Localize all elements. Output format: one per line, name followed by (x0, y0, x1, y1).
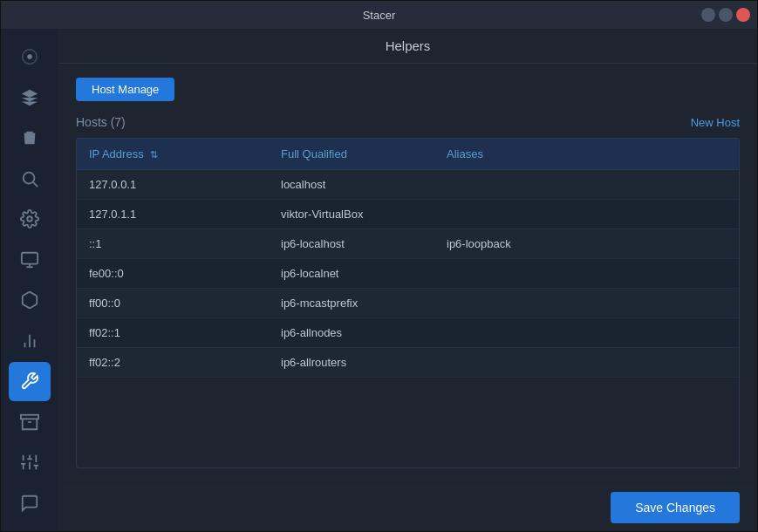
table-row[interactable]: ff02::2ip6-allrouters (77, 348, 739, 378)
cell-aliases (434, 200, 739, 229)
save-button[interactable]: Save Changes (611, 492, 740, 523)
cell-aliases (434, 289, 739, 318)
main-content: Helpers Host Manage Hosts (7) New Host (58, 29, 757, 531)
tab-host-manage[interactable]: Host Manage (76, 78, 174, 101)
page-title: Helpers (386, 38, 431, 53)
hosts-table-container: IP Address ⇅ Full Qualified Aliases 127.… (76, 138, 740, 468)
table-header-row: IP Address ⇅ Full Qualified Aliases (77, 139, 739, 170)
cell-aliases (434, 348, 739, 378)
cell-aliases (434, 259, 739, 289)
cell-fqdn: viktor-VirtualBox (269, 200, 434, 229)
cell-fqdn: ip6-allnodes (269, 318, 434, 348)
maximize-button[interactable]: ❐ (719, 8, 733, 22)
cell-ip: fe00::0 (77, 259, 269, 289)
cell-ip: ff00::0 (77, 289, 269, 318)
tab-bar: Host Manage (76, 78, 740, 101)
sidebar-item-apps[interactable] (9, 78, 51, 118)
col-fqdn: Full Qualified (269, 139, 434, 170)
svg-rect-4 (22, 253, 38, 264)
cell-fqdn: ip6-mcastprefix (269, 289, 434, 318)
svg-point-1 (24, 172, 35, 183)
hosts-header: Hosts (7) New Host (76, 115, 740, 129)
sidebar-item-services[interactable] (9, 443, 51, 482)
titlebar: Stacer – ❐ ✕ (1, 1, 757, 29)
table-row[interactable]: 127.0.0.1localhost (77, 170, 739, 200)
app-body: Helpers Host Manage Hosts (7) New Host (1, 29, 757, 531)
svg-point-0 (27, 55, 32, 60)
page-header: Helpers (58, 29, 757, 64)
table-row[interactable]: fe00::0ip6-localnet (77, 259, 739, 289)
sidebar-item-cleanup[interactable] (9, 119, 51, 158)
close-button[interactable]: ✕ (736, 8, 750, 22)
main-window: Stacer – ❐ ✕ (0, 0, 758, 532)
window-title: Stacer (363, 9, 396, 22)
cell-fqdn: ip6-allrouters (269, 348, 434, 378)
svg-rect-10 (21, 415, 38, 419)
sidebar-item-search[interactable] (9, 160, 51, 199)
svg-point-3 (27, 217, 32, 222)
cell-fqdn: ip6-localhost (269, 229, 434, 259)
col-ip[interactable]: IP Address ⇅ (77, 139, 269, 170)
cell-ip: 127.0.0.1 (77, 170, 269, 200)
sort-icon: ⇅ (150, 149, 158, 160)
sidebar-item-terminal[interactable] (9, 484, 51, 523)
cell-ip: 127.0.1.1 (77, 200, 269, 229)
new-host-link[interactable]: New Host (691, 116, 740, 129)
hosts-count: Hosts (7) (76, 115, 126, 129)
svg-line-2 (33, 182, 38, 187)
cell-ip: ff02::2 (77, 348, 269, 378)
sidebar-item-dashboard[interactable] (9, 38, 51, 77)
cell-ip: ff02::1 (77, 318, 269, 348)
table-row[interactable]: ::1ip6-localhostip6-loopback (77, 229, 739, 259)
content-area: Host Manage Hosts (7) New Host IP Addres… (58, 64, 757, 482)
sidebar-item-resources[interactable] (9, 322, 51, 361)
window-controls: – ❐ ✕ (701, 8, 750, 22)
minimize-button[interactable]: – (701, 8, 715, 22)
cell-fqdn: localhost (269, 170, 434, 200)
table-body: 127.0.0.1localhost127.0.1.1viktor-Virtua… (77, 170, 739, 378)
table-row[interactable]: 127.0.1.1viktor-VirtualBox (77, 200, 739, 229)
footer-bar: Save Changes (58, 482, 757, 531)
col-aliases: Aliases (434, 139, 739, 170)
table-row[interactable]: ff02::1ip6-allnodes (77, 318, 739, 348)
cell-aliases (434, 318, 739, 348)
sidebar-item-packages[interactable] (9, 281, 51, 320)
cell-aliases (434, 170, 739, 200)
sidebar-item-settings[interactable] (9, 200, 51, 239)
cell-aliases: ip6-loopback (434, 229, 739, 259)
cell-fqdn: ip6-localnet (269, 259, 434, 289)
sidebar-item-disks[interactable] (9, 241, 51, 280)
sidebar (1, 29, 58, 531)
sidebar-item-helpers[interactable] (9, 362, 51, 401)
table-row[interactable]: ff00::0ip6-mcastprefix (77, 289, 739, 318)
sidebar-item-docker[interactable] (9, 403, 51, 442)
hosts-table: IP Address ⇅ Full Qualified Aliases 127.… (77, 139, 739, 378)
cell-ip: ::1 (77, 229, 269, 259)
